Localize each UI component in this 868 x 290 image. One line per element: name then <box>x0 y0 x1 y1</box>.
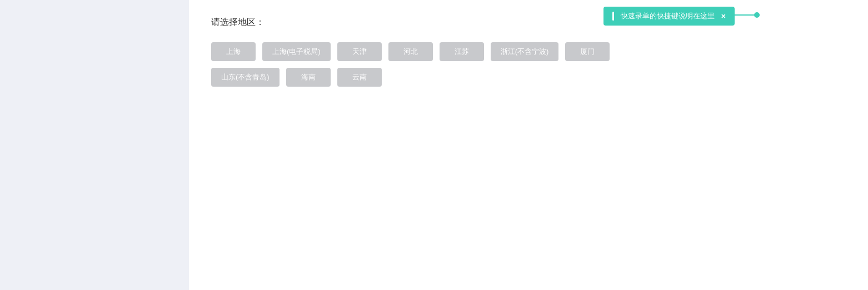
region-btn-tianjin[interactable]: 天津 <box>337 42 382 61</box>
region-btn-shanghai-etax[interactable]: 上海(电子税局) <box>262 42 331 61</box>
region-btn-hebei[interactable]: 河北 <box>388 42 433 61</box>
tooltip-dot <box>754 12 760 18</box>
region-row-1: 上海上海(电子税局)天津河北江苏浙江(不含宁波)厦门 <box>211 42 846 61</box>
region-btn-shandong[interactable]: 山东(不含青岛) <box>211 68 280 87</box>
tooltip-text: 快速录单的快捷键说明在这里 <box>621 11 715 21</box>
sidebar <box>0 0 189 290</box>
tooltip-close-button[interactable]: × <box>721 12 726 21</box>
main-content: 请选择地区： 上海上海(电子税局)天津河北江苏浙江(不含宁波)厦门 山东(不含青… <box>189 0 868 290</box>
region-btn-yunnan[interactable]: 云南 <box>337 68 382 87</box>
region-btn-hainan[interactable]: 海南 <box>286 68 331 87</box>
region-btn-xiamen[interactable]: 厦门 <box>565 42 610 61</box>
page-title: 请选择地区： <box>211 17 846 28</box>
region-btn-zhejiang[interactable]: 浙江(不含宁波) <box>491 42 559 61</box>
region-btn-shanghai[interactable]: 上海 <box>211 42 256 61</box>
region-row-2: 山东(不含青岛)海南云南 <box>211 68 846 87</box>
tooltip-banner: 快速录单的快捷键说明在这里 × <box>603 7 735 26</box>
region-btn-jiangsu[interactable]: 江苏 <box>440 42 484 61</box>
